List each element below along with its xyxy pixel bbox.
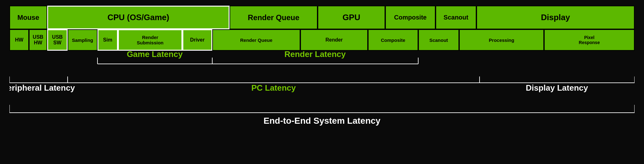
sub-render: Render [300, 29, 368, 51]
sub-render-submission: RenderSubmission [118, 29, 182, 51]
sub-processing: Processing [459, 29, 544, 51]
latency-section: Game Latency Render Latency Peripheral L… [9, 51, 635, 147]
main-container: Mouse CPU (OS/Game) Render Queue GPU Com… [0, 0, 644, 164]
sub-sim: Sim [97, 29, 118, 51]
sub-sampling: Sampling [68, 29, 97, 51]
pc-latency-label: PC Latency [251, 83, 296, 93]
end-to-end-latency-label: End-to-End System Latency [264, 116, 380, 126]
sub-composite: Composite [368, 29, 418, 51]
header-mouse: Mouse [9, 6, 47, 29]
sub-usb-sw: USB SW [47, 29, 68, 51]
sub-row: HW USB HW USB SW Sampling Sim RenderSubm… [9, 29, 635, 51]
header-cpu: CPU (OS/Game) [47, 6, 230, 29]
game-latency-label: Game Latency [127, 51, 183, 59]
header-scanout: Scanout [436, 6, 476, 29]
sub-render-queue: Render Queue [212, 29, 300, 51]
render-latency-label: Render Latency [284, 51, 346, 59]
sub-hw: HW [9, 29, 29, 51]
top-section: Mouse CPU (OS/Game) Render Queue GPU Com… [9, 6, 635, 51]
sub-usb-hw: USB HW [29, 29, 47, 51]
header-composite: Composite [385, 6, 436, 29]
header-row: Mouse CPU (OS/Game) Render Queue GPU Com… [9, 6, 635, 29]
sub-pixel-response: PixelResponse [544, 29, 635, 51]
header-gpu: GPU [318, 6, 385, 29]
display-latency-label: Display Latency [526, 83, 588, 93]
header-render-queue: Render Queue [230, 6, 318, 29]
peripheral-latency-label: Peripheral Latency [9, 83, 75, 93]
sub-scanout: Scanout [418, 29, 459, 51]
header-display: Display [476, 6, 635, 29]
latency-svg: Game Latency Render Latency Peripheral L… [9, 51, 635, 147]
sub-driver: Driver [182, 29, 212, 51]
